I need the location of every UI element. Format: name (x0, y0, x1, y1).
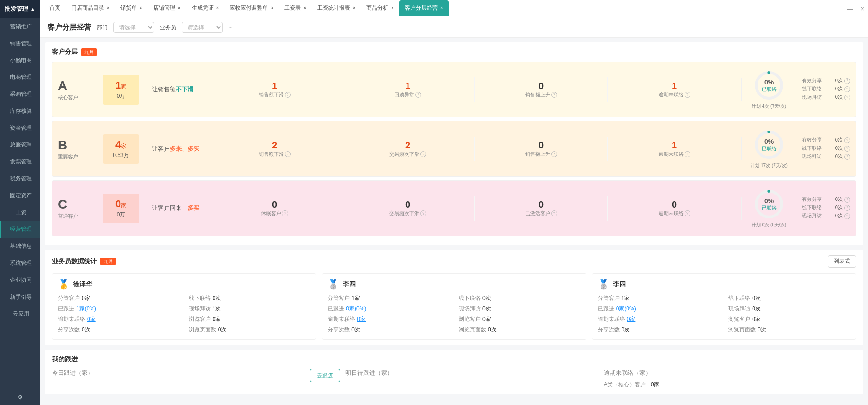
overdue-title: 逾期未联络（家） (604, 369, 856, 377)
sidebar-item-库存核算[interactable]: 库存核算 (0, 103, 40, 120)
info-icon[interactable]: ? (685, 151, 690, 157)
staff-stat-label: 浏览客户 (728, 316, 750, 323)
right-stat-row: 线下联络 0次 ? (802, 85, 850, 92)
info-icon[interactable]: ? (551, 92, 557, 98)
tab-close-门店商品目录[interactable]: × (107, 5, 110, 11)
info-icon[interactable]: ? (285, 92, 291, 98)
goto-followup-button[interactable]: 去跟进 (310, 369, 340, 382)
info-icon-right[interactable]: ? (844, 95, 850, 100)
tab-商品分析[interactable]: 商品分析× (361, 0, 399, 16)
sidebar-item-企业协同[interactable]: 企业协同 (0, 272, 40, 289)
sidebar-item-小畅电商[interactable]: 小畅电商 (0, 52, 40, 69)
staff-stat-value[interactable]: 0家 (627, 316, 636, 323)
tier-count-num-B: 4 (115, 139, 121, 150)
tab-close-all-icon[interactable]: × (861, 5, 864, 12)
tier-row-A: A 核心客户 1家 0万 让销售额不下滑 1 销售额下滑 ? 1 回购异常 ? … (52, 62, 856, 117)
tab-首页[interactable]: 首页 (44, 0, 66, 16)
slogan-highlight: 多买 (188, 205, 199, 211)
tab-close-客户分层经营[interactable]: × (440, 5, 443, 11)
staff-stat-value[interactable]: 1家(0%) (76, 305, 96, 313)
tab-销货单[interactable]: 销货单× (115, 0, 148, 16)
sidebar-item-经营管理[interactable]: 经营管理 (0, 221, 40, 238)
sidebar-item-系统管理[interactable]: 系统管理 (0, 255, 40, 272)
tab-工资表[interactable]: 工资表× (279, 0, 312, 16)
tab-close-生成凭证[interactable]: × (216, 5, 219, 11)
info-icon-right[interactable]: ? (844, 137, 850, 143)
tier-name-A: 核心客户 (58, 94, 88, 101)
info-icon[interactable]: ? (420, 210, 426, 216)
circle-plan: 计划 0次 (0天/次) (745, 222, 793, 228)
staff-stat-value[interactable]: 0家 (357, 316, 366, 323)
tab-客户分层经营[interactable]: 客户分层经营× (399, 0, 449, 16)
staff-stat-label: 浏览客户 (459, 316, 481, 323)
staff-stat-value[interactable]: 0家(0%) (346, 305, 366, 313)
sidebar-item-销售管理[interactable]: 销售管理 (0, 35, 40, 52)
info-icon-right[interactable]: ? (844, 146, 850, 152)
tab-close-销货单[interactable]: × (140, 5, 142, 11)
info-icon[interactable]: ? (685, 92, 690, 98)
info-icon-right[interactable]: ? (844, 197, 850, 203)
info-icon-right[interactable]: ? (844, 78, 850, 84)
staff-stat-value: 1次 (213, 305, 221, 313)
tab-minimize-icon[interactable]: — (847, 5, 853, 12)
info-icon-right[interactable]: ? (844, 154, 850, 160)
tier-count-col-C: 0家 0万 (94, 190, 148, 227)
sidebar-item-工资[interactable]: 工资 (0, 204, 40, 221)
tab-close-工资表[interactable]: × (303, 5, 306, 11)
sidebar-item-基础信息[interactable]: 基础信息 (0, 238, 40, 255)
staff-stat-label: 现场拜访 (728, 305, 750, 313)
followup-header: 我的跟进 (52, 355, 856, 363)
tab-门店商品目录[interactable]: 门店商品目录× (66, 0, 115, 16)
slogan-text: 让客户多来、多买 (152, 145, 199, 152)
info-icon[interactable]: ? (420, 151, 426, 157)
staff-stat-row: 浏览页面数 0次 (459, 326, 580, 334)
tab-bar: 首页门店商品目录×销货单×店铺管理×生成凭证×应收应付调整单×工资表×工资统计报… (40, 0, 868, 17)
circle-connected-label: 已联络 (762, 145, 777, 152)
info-icon-right[interactable]: ? (844, 205, 850, 211)
tab-工资统计报表[interactable]: 工资统计报表× (312, 0, 361, 16)
sidebar-item-采购管理[interactable]: 采购管理 (0, 86, 40, 103)
sidebar-item-营销推广[interactable]: 营销推广 (0, 18, 40, 35)
info-icon[interactable]: ? (551, 151, 557, 157)
sidebar-item-总账管理[interactable]: 总账管理 (0, 137, 40, 153)
overdue-sub-label: A类（核心）客户 (604, 381, 646, 388)
tab-店铺管理[interactable]: 店铺管理× (148, 0, 186, 16)
sidebar-item-新手引导[interactable]: 新手引导 (0, 289, 40, 305)
tab-应收应付调整单[interactable]: 应收应付调整单× (224, 0, 279, 16)
tier-circle-A: 0% 已联络 计划 4次 (7天/次) (742, 66, 796, 113)
sidebar-item-电商管理[interactable]: 电商管理 (0, 69, 40, 86)
tier-label-B: B 重要客户 (52, 134, 94, 164)
list-view-button[interactable]: 列表式 (828, 255, 856, 268)
stat-label: 休眠客户 ? (214, 210, 335, 217)
info-icon[interactable]: ? (685, 210, 690, 216)
info-icon[interactable]: ? (285, 151, 291, 157)
sidebar-item-固定资产[interactable]: 固定资产 (0, 187, 40, 204)
tab-close-商品分析[interactable]: × (391, 5, 394, 11)
staff-stat-value[interactable]: 0家 (87, 316, 96, 323)
dept-select[interactable]: 请选择 (113, 22, 154, 33)
staff-stat-value: 0次 (218, 326, 227, 334)
stat-count: 1 (613, 140, 735, 151)
staff-stat-value[interactable]: 0家(0%) (616, 305, 636, 313)
sidebar-item-云应用[interactable]: 云应用 (0, 305, 40, 322)
info-icon[interactable]: ? (415, 92, 421, 98)
sidebar-top-item[interactable]: 批发管理 ▲ (0, 0, 40, 18)
sidebar-item-发票管理[interactable]: 发票管理 (0, 153, 40, 170)
info-icon-right[interactable]: ? (844, 86, 850, 92)
tab-生成凭证[interactable]: 生成凭证× (186, 0, 225, 16)
more-filters-icon[interactable]: ··· (228, 24, 233, 31)
info-icon-right[interactable]: ? (844, 213, 850, 219)
settings-icon[interactable]: ⚙ (0, 389, 40, 405)
sidebar-item-税务管理[interactable]: 税务管理 (0, 170, 40, 187)
circle-pct: 0% (762, 79, 777, 86)
tab-close-工资统计报表[interactable]: × (353, 5, 356, 11)
info-icon[interactable]: ? (551, 210, 557, 216)
staff-select[interactable]: 请选择 (182, 22, 223, 33)
tab-close-店铺管理[interactable]: × (178, 5, 181, 11)
sidebar-item-资金管理[interactable]: 资金管理 (0, 120, 40, 137)
tier-count-shape-C: 0家 0万 (103, 194, 139, 223)
tab-close-应收应付调整单[interactable]: × (271, 5, 273, 11)
info-icon[interactable]: ? (282, 210, 288, 216)
staff-stat-label: 逾期未联络 (328, 316, 355, 323)
tier-stat-col: 1 销售额下滑 ? (208, 77, 341, 102)
